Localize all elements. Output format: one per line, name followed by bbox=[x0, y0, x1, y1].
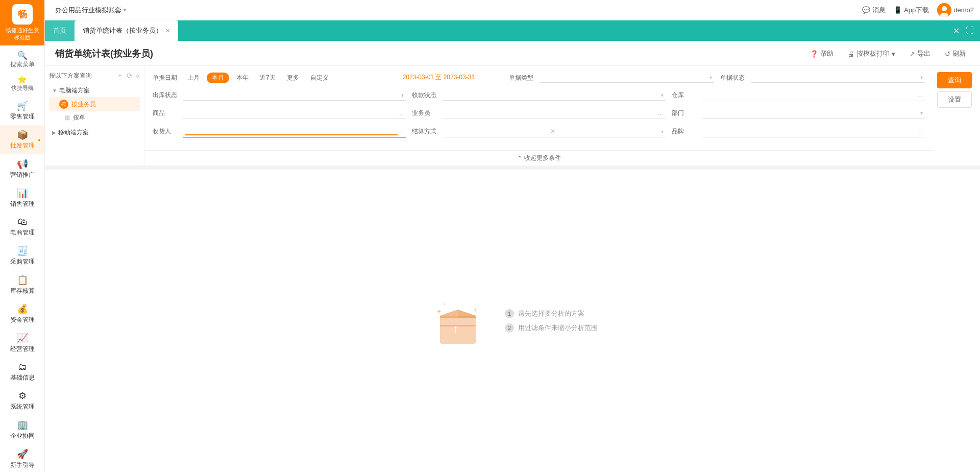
receiver-input[interactable] bbox=[185, 127, 398, 135]
warehouse-control[interactable]: … bbox=[702, 89, 925, 101]
filter-field-date-value: 2023-03-01 至 2023-03-31 bbox=[401, 72, 503, 83]
tab-home[interactable]: 首页 bbox=[45, 20, 75, 41]
date-tab-this-month[interactable]: 本月 bbox=[207, 73, 229, 83]
date-tab-custom[interactable]: 自定义 bbox=[306, 73, 333, 83]
settlement-clear-icon[interactable]: ✕ bbox=[550, 128, 555, 135]
pay-status-label: 收款状态 bbox=[412, 91, 438, 100]
tab-expand-icon[interactable]: ⛶ bbox=[966, 26, 974, 35]
marketing-icon: 📢 bbox=[17, 158, 28, 170]
sidebar-item-basic[interactable]: 🗂 基础信息 bbox=[0, 358, 44, 386]
ecommerce-icon: 🛍 bbox=[18, 217, 27, 227]
sidebar-item-retail[interactable]: 🛒 零售管理 bbox=[0, 96, 44, 125]
collapse-bar[interactable]: ⌃ 收起更多条件 bbox=[144, 150, 933, 166]
sidebar-item-wholesale[interactable]: 📦 批发管理 bbox=[0, 125, 44, 154]
doc-status-control[interactable]: ▾ bbox=[751, 73, 925, 83]
main-content: 办公用品行业模拟账套 ▾ 💬 消息 📱 App下载 de bbox=[45, 0, 980, 472]
sidebar-item-sales[interactable]: 📊 销售管理 bbox=[0, 183, 44, 213]
tab-close-window-icon[interactable]: ✕ bbox=[953, 26, 960, 36]
finance-icon: 💰 bbox=[17, 303, 28, 315]
tabbar-right: ✕ ⛶ bbox=[953, 26, 980, 36]
filter-field-settlement: 结算方式 ✕ ▾ bbox=[412, 126, 665, 137]
user-avatar-area[interactable]: demo2 bbox=[937, 3, 974, 17]
system-icon: ⚙ bbox=[18, 390, 27, 402]
out-status-arrow-icon: ▾ bbox=[401, 92, 404, 98]
basic-icon: 🗂 bbox=[18, 362, 27, 372]
receiver-control[interactable]: … bbox=[183, 125, 406, 138]
scheme-add-button[interactable]: ＋ bbox=[116, 71, 124, 80]
salesman-control[interactable]: … bbox=[443, 107, 665, 119]
sidebar-item-ecommerce[interactable]: 🛍 电商管理 bbox=[0, 213, 44, 241]
tabbar: 首页 销货单统计表（按业务员） ✕ ✕ ⛶ bbox=[45, 20, 980, 41]
doc-status-label: 单据状态 bbox=[720, 74, 747, 82]
settlement-control[interactable]: ✕ ▾ bbox=[443, 126, 665, 137]
sidebar-item-system[interactable]: ⚙ 系统管理 bbox=[0, 386, 44, 415]
scheme-group-desktop-header[interactable]: ▼ 电脑端方案 bbox=[49, 84, 140, 97]
export-button[interactable]: ↗ 导出 bbox=[905, 47, 935, 60]
filter-field-goods: 商品 … bbox=[153, 107, 406, 119]
scheme-refresh-button[interactable]: ⟳ bbox=[127, 72, 133, 80]
scheme-collapse-button[interactable]: « bbox=[136, 72, 140, 80]
scheme-item-by-order[interactable]: ⊞ 按单 bbox=[49, 111, 140, 124]
pay-status-arrow-icon: ▾ bbox=[661, 92, 664, 98]
department-control[interactable]: ▾ bbox=[702, 108, 925, 119]
print-button[interactable]: 🖨 按模板打印 ▾ bbox=[844, 47, 899, 60]
empty-tip-2: 2 用过滤条件来缩小分析范围 bbox=[505, 323, 598, 333]
sidebar: 畅 畅捷通好生意 标准版 🔍 搜索菜单 ⭐ 快捷导航 🛒 零售管理 📦 批发管理… bbox=[0, 0, 45, 472]
filter-field-doc-type: 单据类型 ▾ bbox=[509, 73, 714, 83]
settings-button[interactable]: 设置 bbox=[937, 91, 972, 108]
scheme-group-mobile-header[interactable]: ▶ 移动端方案 bbox=[49, 126, 140, 139]
empty-tips: 1 请先选择要分析的方案 2 用过滤条件来缩小分析范围 bbox=[505, 309, 598, 333]
scheme-group-desktop: ▼ 电脑端方案 按 按业务员 ⊞ 按单 bbox=[49, 84, 140, 124]
filter-area: 按以下方案查询 ＋ ⟳ « ▼ 电脑端方案 按 按业务员 bbox=[45, 66, 980, 166]
sidebar-item-marketing[interactable]: 📢 营销推广 bbox=[0, 154, 44, 183]
sidebar-item-newbie[interactable]: 🚀 新手引导 bbox=[0, 444, 44, 472]
refresh-button[interactable]: ↺ 刷新 bbox=[941, 47, 970, 60]
warehouse-dots-icon: … bbox=[917, 91, 923, 99]
topbar: 办公用品行业模拟账套 ▾ 💬 消息 📱 App下载 de bbox=[45, 0, 980, 20]
sidebar-item-stock[interactable]: 📋 库存核算 bbox=[0, 270, 44, 299]
scheme-group-arrow-icon: ▼ bbox=[52, 88, 57, 93]
enterprise-icon: 🏢 bbox=[17, 419, 28, 431]
retail-icon: 🛒 bbox=[17, 100, 28, 111]
sidebar-item-enterprise[interactable]: 🏢 企业协同 bbox=[0, 415, 44, 444]
out-status-control[interactable]: ▾ bbox=[183, 90, 406, 101]
filter-field-warehouse: 仓库 … bbox=[672, 89, 925, 101]
warehouse-label: 仓库 bbox=[672, 91, 698, 100]
pay-status-control[interactable]: ▾ bbox=[443, 90, 665, 101]
date-tab-more[interactable]: 更多 bbox=[283, 73, 303, 83]
receiver-label: 收货人 bbox=[153, 127, 179, 136]
app-selector[interactable]: 办公用品行业模拟账套 ▾ bbox=[51, 4, 130, 17]
svg-point-1 bbox=[942, 6, 947, 11]
filter-field-out-status: 出库状态 ▾ bbox=[153, 90, 406, 101]
svg-text:✦: ✦ bbox=[436, 308, 442, 315]
date-tab-last-month[interactable]: 上月 bbox=[183, 73, 204, 83]
purchase-icon: 🧾 bbox=[17, 245, 28, 256]
scheme-panel-header: 按以下方案查询 ＋ ⟳ « bbox=[49, 71, 140, 80]
salesman-dots-icon: … bbox=[657, 109, 664, 116]
app-download-button[interactable]: 📱 App下载 bbox=[894, 6, 929, 15]
tip-num-2: 2 bbox=[505, 323, 514, 333]
doc-type-control[interactable]: ▾ bbox=[540, 73, 714, 83]
sidebar-item-quick-nav[interactable]: ⭐ 快捷导航 bbox=[0, 72, 44, 94]
print-icon: 🖨 bbox=[848, 50, 854, 58]
filter-row-2: 出库状态 ▾ 收款状态 ▾ bbox=[153, 89, 925, 101]
message-button[interactable]: 💬 消息 bbox=[862, 6, 886, 15]
help-button[interactable]: ❓ 帮助 bbox=[806, 47, 838, 60]
tip-text-2: 用过滤条件来缩小分析范围 bbox=[518, 323, 598, 333]
date-tab-last7[interactable]: 近7天 bbox=[256, 73, 280, 83]
sidebar-item-purchase[interactable]: 🧾 采购管理 bbox=[0, 241, 44, 270]
sidebar-logo[interactable]: 畅 畅捷通好生意 标准版 bbox=[0, 0, 44, 45]
sidebar-item-search[interactable]: 🔍 搜索菜单 bbox=[0, 45, 44, 72]
sidebar-item-finance[interactable]: 💰 资金管理 bbox=[0, 299, 44, 328]
tab-sales-stat[interactable]: 销货单统计表（按业务员） ✕ bbox=[75, 20, 178, 41]
brand-control[interactable]: … bbox=[702, 126, 925, 137]
query-button[interactable]: 查询 bbox=[937, 72, 972, 88]
goods-control[interactable]: … bbox=[183, 107, 406, 119]
tab-close-icon[interactable]: ✕ bbox=[165, 28, 170, 34]
sidebar-item-operations[interactable]: 📈 经营管理 bbox=[0, 328, 44, 358]
goods-dots-icon: … bbox=[398, 109, 404, 116]
filter-field-brand: 品牌 … bbox=[672, 126, 925, 137]
date-tab-this-year[interactable]: 本年 bbox=[232, 73, 253, 83]
scheme-item-by-staff[interactable]: 按 按业务员 bbox=[49, 97, 140, 111]
help-icon: ❓ bbox=[810, 50, 818, 58]
